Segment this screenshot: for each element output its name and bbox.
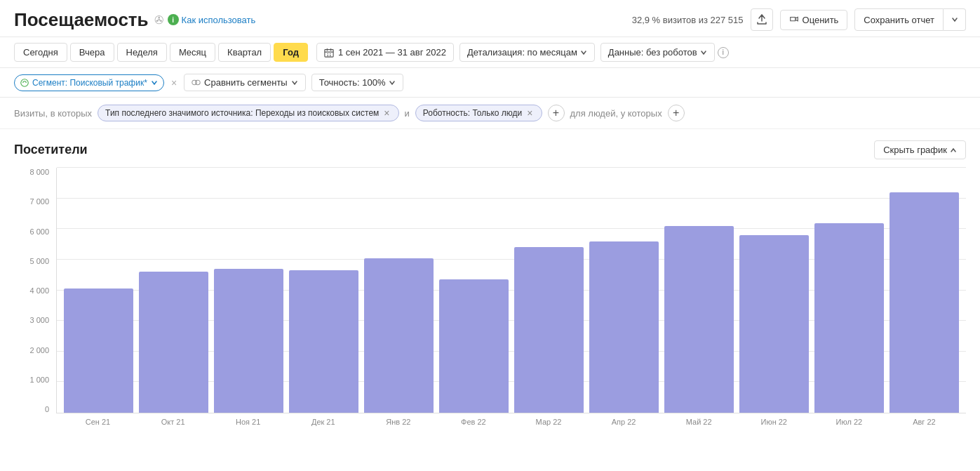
bar[interactable] (64, 288, 133, 413)
export-icon (756, 14, 767, 25)
how-to-use-label: Как использовать (182, 15, 256, 25)
header-row: Посещаемость ✇ i Как использовать 32,9 %… (0, 0, 980, 37)
chart-title: Посетители (14, 142, 88, 157)
rate-icon (789, 15, 799, 25)
filter-tag-source-label: Тип последнего значимого источника: Пере… (105, 108, 379, 118)
hide-chart-button[interactable]: Скрыть график (874, 140, 966, 159)
detail-button[interactable]: Детализация: по месяцам (459, 43, 595, 62)
save-report-dropdown-button[interactable] (944, 8, 966, 31)
period-yesterday-button[interactable]: Вчера (70, 43, 114, 62)
period-quarter-button[interactable]: Квартал (218, 43, 271, 62)
bar[interactable] (589, 241, 659, 413)
x-axis-label: Июн 22 (739, 415, 809, 434)
bar-col (589, 168, 659, 413)
bar[interactable] (814, 223, 884, 413)
chevron-down-data-icon (700, 49, 707, 56)
remove-segment-button[interactable]: × (170, 78, 178, 88)
y-axis-label: 6 000 (14, 227, 55, 236)
period-month-button[interactable]: Месяц (170, 43, 215, 62)
bar[interactable] (364, 258, 434, 413)
period-row: Сегодня Вчера Неделя Месяц Квартал Год 1… (0, 37, 980, 68)
period-year-button[interactable]: Год (274, 43, 308, 62)
remove-filter-robots-button[interactable]: × (525, 108, 534, 118)
svg-rect-0 (325, 49, 333, 57)
x-axis-label: Янв 22 (363, 415, 433, 434)
bar-col (364, 168, 434, 413)
how-to-use-link[interactable]: i Как использовать (168, 14, 256, 25)
filter-row: Визиты, в которых Тип последнего значимо… (0, 98, 980, 129)
svg-point-1 (21, 79, 29, 86)
detail-label: Детализация: по месяцам (467, 47, 577, 58)
chevron-down-icon (951, 16, 958, 23)
bookmark-icon[interactable]: ✇ (154, 13, 163, 27)
save-group: Сохранить отчет (854, 8, 966, 31)
bar[interactable] (289, 270, 358, 413)
period-today-button[interactable]: Сегодня (14, 43, 67, 62)
segment-dropdown-icon (151, 79, 158, 86)
filter-prefix-label: Визиты, в которых (14, 108, 92, 119)
date-range-label: 1 сен 2021 — 31 авг 2022 (338, 47, 446, 58)
bars-row (57, 168, 966, 413)
add-filter-button[interactable]: + (548, 105, 565, 121)
bar[interactable] (139, 272, 208, 413)
bar-col (890, 168, 959, 413)
bar-col (139, 168, 208, 413)
rate-label: Оценить (803, 15, 839, 25)
bar-col (814, 168, 884, 413)
save-report-button[interactable]: Сохранить отчет (854, 8, 944, 31)
period-week-button[interactable]: Неделя (117, 43, 167, 62)
bar-col (289, 168, 358, 413)
bar[interactable] (664, 226, 734, 413)
segment-icon (20, 79, 29, 87)
x-axis-label: Ноя 21 (213, 415, 283, 434)
y-axis-label: 8 000 (14, 168, 55, 176)
bar[interactable] (890, 192, 959, 413)
filter-and-text: и (405, 108, 410, 119)
compare-label: Сравнить сегменты (204, 77, 288, 88)
filter-tag-robots-label: Роботность: Только люди (423, 108, 523, 118)
chevron-down-detail-icon (580, 49, 587, 56)
bar-col (64, 168, 133, 413)
segment-tag-label: Сегмент: Поисковый трафик* (32, 78, 147, 88)
y-axis-label: 1 000 (14, 376, 55, 384)
bar[interactable] (514, 247, 584, 413)
for-people-label: для людей, у которых (570, 108, 662, 119)
bar[interactable] (439, 279, 509, 413)
remove-filter-source-button[interactable]: × (382, 108, 391, 118)
hide-chart-label: Скрыть график (883, 145, 947, 155)
export-button[interactable] (751, 8, 773, 31)
compare-segments-button[interactable]: Сравнить сегменты (184, 74, 306, 91)
visits-stat: 32,9 % визитов из 227 515 (632, 15, 744, 25)
segment-tag[interactable]: Сегмент: Поисковый трафик* (14, 74, 164, 91)
compare-dropdown-icon (291, 79, 298, 86)
x-axis-label: Мар 22 (514, 415, 583, 434)
x-labels-row: Сен 21Окт 21Ноя 21Дек 21Янв 22Фев 22Мар … (56, 415, 966, 434)
rate-button[interactable]: Оценить (780, 10, 848, 30)
y-axis-label: 3 000 (14, 316, 55, 324)
segment-row: Сегмент: Поисковый трафик* × Сравнить се… (0, 68, 980, 98)
accuracy-label: Точность: 100% (319, 77, 386, 88)
bar[interactable] (214, 269, 283, 413)
header-right: 32,9 % визитов из 227 515 Оценить Сохран… (632, 8, 966, 31)
x-axis-label: Май 22 (664, 415, 734, 434)
x-axis-label: Окт 21 (138, 415, 208, 434)
filter-tag-robots: Роботность: Только люди × (415, 105, 542, 121)
compare-icon (192, 78, 201, 87)
x-axis-label: Июл 22 (814, 415, 884, 434)
add-people-filter-button[interactable]: + (668, 105, 685, 121)
bar-col (739, 168, 809, 413)
chart-section: Посетители Скрыть график 01 0002 0003 00… (0, 129, 980, 434)
x-axis-label: Авг 22 (890, 415, 959, 434)
date-range-button[interactable]: 1 сен 2021 — 31 авг 2022 (316, 43, 454, 62)
bar-col (439, 168, 509, 413)
chart-container: 01 0002 0003 0004 0005 0006 0007 0008 00… (14, 168, 966, 434)
accuracy-button[interactable]: Точность: 100% (311, 74, 404, 91)
chart-area (56, 168, 966, 413)
data-info-icon[interactable]: i (718, 47, 729, 58)
filter-tag-source: Тип последнего значимого источника: Пере… (98, 105, 398, 121)
x-axis-label: Апр 22 (589, 415, 659, 434)
data-type-button[interactable]: Данные: без роботов (600, 43, 715, 62)
bar-col (214, 168, 283, 413)
bar[interactable] (739, 235, 809, 413)
y-axis-label: 0 (14, 405, 55, 413)
